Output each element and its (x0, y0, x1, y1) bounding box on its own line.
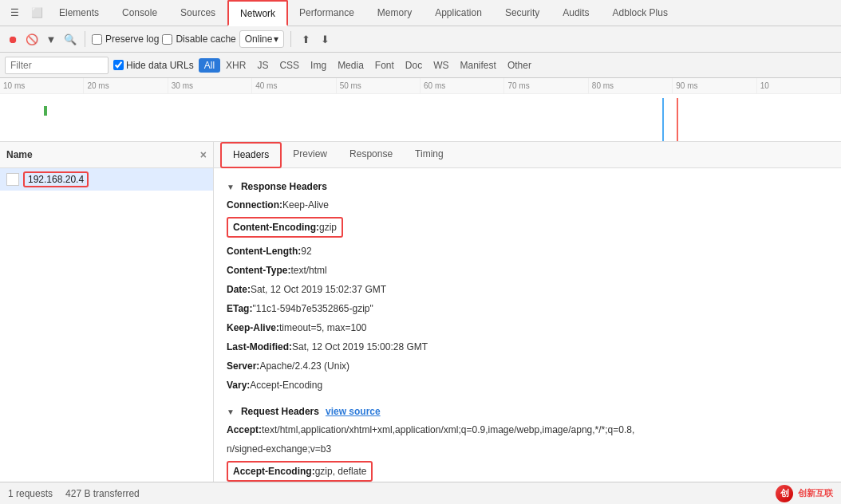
tab-console[interactable]: Console (111, 0, 169, 26)
timeline: 10 ms 20 ms 30 ms 40 ms 50 ms 60 ms 70 m… (0, 78, 841, 142)
disable-cache-checkbox[interactable]: Disable cache (162, 33, 235, 45)
preserve-log-label: Preserve log (105, 33, 159, 45)
ruler-mark-6: 60 ms (421, 78, 504, 93)
tab-sources[interactable]: Sources (169, 0, 227, 26)
ip-address-box: 192.168.20.4 (23, 171, 89, 187)
header-row-accept-encoding: Accept-Encoding: gzip, deflate (227, 459, 828, 482)
filter-tag-css[interactable]: CSS (274, 58, 305, 73)
header-key-etag: ETag: (227, 301, 252, 316)
filter-tag-media[interactable]: Media (332, 58, 369, 73)
timeline-ruler: 10 ms 20 ms 30 ms 40 ms 50 ms 60 ms 70 m… (0, 78, 841, 94)
header-row-connection: Connection: Keep-Alive (227, 195, 828, 215)
preserve-log-input[interactable] (92, 34, 102, 45)
tab-elements[interactable]: Elements (48, 0, 111, 26)
header-key-accept-encoding: Accept-Encoding: (233, 464, 315, 478)
tab-memory[interactable]: Memory (366, 0, 424, 26)
preserve-log-checkbox[interactable]: Preserve log (92, 33, 159, 45)
filter-tag-manifest[interactable]: Manifest (455, 58, 502, 73)
name-column-label: Name (6, 149, 33, 160)
logo-text: 创新互联 (798, 487, 833, 499)
online-dropdown[interactable]: Online ▾ (239, 30, 285, 48)
detail-tab-preview[interactable]: Preview (282, 142, 338, 168)
hide-data-urls-input[interactable] (113, 60, 124, 70)
tab-audits[interactable]: Audits (551, 0, 601, 26)
tab-network[interactable]: Network (227, 0, 288, 26)
header-row-etag: ETag: "11c1-594b7e5352865-gzip" (227, 299, 828, 318)
name-panel: Name × 192.168.20.4 (0, 142, 214, 482)
detail-tab-response[interactable]: Response (338, 142, 404, 168)
headers-content: ▼ Response Headers Connection: Keep-Aliv… (214, 168, 841, 482)
file-icon (6, 173, 19, 186)
filter-tag-font[interactable]: Font (369, 58, 400, 73)
filter-input[interactable] (5, 57, 109, 74)
filter-tag-js[interactable]: JS (251, 58, 274, 73)
detail-panel: Headers Preview Response Timing ▼ Respon… (214, 142, 841, 482)
upload-button[interactable]: ⬆ (298, 31, 314, 47)
filter-tag-all[interactable]: All (199, 58, 220, 73)
filter-tag-doc[interactable]: Doc (400, 58, 428, 73)
response-headers-section: ▼ Response Headers (227, 175, 828, 195)
header-row-server: Server: Apache/2.4.23 (Unix) (227, 356, 828, 376)
header-value-content-encoding: gzip (319, 220, 337, 234)
view-source-link[interactable]: view source (326, 406, 381, 417)
brand-logo: 创 创新互联 (776, 485, 833, 502)
response-headers-label: Response Headers (241, 181, 327, 192)
header-value-connection: Keep-Alive (282, 198, 329, 212)
hide-data-urls-checkbox[interactable]: Hide data URLs (113, 60, 194, 71)
header-value-last-modified: Sat, 12 Oct 2019 15:00:28 GMT (292, 340, 428, 354)
ruler-mark-5: 50 ms (337, 78, 421, 93)
header-key-content-type: Content-Type: (227, 263, 290, 278)
timeline-bar-green (44, 106, 47, 116)
header-row-content-length: Content-Length: 92 (227, 242, 828, 261)
request-section-triangle: ▼ (227, 408, 235, 416)
record-button[interactable]: ⏺ (5, 31, 21, 47)
accept-encoding-highlight: Accept-Encoding: gzip, deflate (227, 461, 373, 482)
tab-security[interactable]: Security (494, 0, 551, 26)
header-value-content-length: 92 (301, 244, 311, 258)
name-row-item[interactable]: 192.168.20.4 (0, 168, 213, 191)
ip-address: 192.168.20.4 (28, 174, 84, 185)
hide-data-urls-label: Hide data URLs (126, 60, 194, 71)
tab-application[interactable]: Application (424, 0, 494, 26)
header-value-accept-cont: n/signed-exchange;v=b3 (227, 442, 331, 456)
stop-button[interactable]: 🚫 (24, 31, 40, 47)
name-panel-header: Name × (0, 142, 213, 168)
request-headers-label: Request Headers (241, 406, 319, 417)
header-key-content-length: Content-Length: (227, 244, 301, 258)
dropdown-arrow: ▾ (274, 33, 278, 45)
download-button[interactable]: ⬇ (317, 31, 333, 47)
request-headers-section: ▼ Request Headers view source (227, 400, 828, 420)
tab-adblock[interactable]: Adblock Plus (602, 0, 680, 26)
header-value-vary: Accept-Encoding (250, 378, 322, 392)
devtools-icon-1[interactable]: ☰ (3, 0, 26, 26)
header-value-etag: "11c1-594b7e5352865-gzip" (252, 301, 373, 316)
transferred-size: 427 B transferred (65, 488, 140, 499)
requests-count: 1 requests (8, 488, 53, 499)
bottom-bar: 1 requests 427 B transferred 创 创新互联 (0, 482, 841, 504)
header-key-server: Server: (227, 359, 259, 373)
separator-1 (85, 31, 85, 47)
devtools-icon-2[interactable]: ⬜ (26, 0, 48, 26)
ruler-mark-4: 40 ms (252, 78, 336, 93)
filter-tag-other[interactable]: Other (502, 58, 537, 73)
timeline-bar-red (677, 98, 678, 142)
disable-cache-input[interactable] (162, 34, 172, 45)
separator-2 (290, 31, 291, 47)
header-key-vary: Vary: (227, 378, 250, 392)
detail-tab-timing[interactable]: Timing (404, 142, 455, 168)
header-value-content-type: text/html (290, 263, 326, 278)
filter-tag-xhr[interactable]: XHR (220, 58, 251, 73)
ruler-mark-2: 20 ms (84, 78, 168, 93)
filter-bar: Hide data URLs All XHR JS CSS Img Media … (0, 53, 841, 78)
filter-tag-img[interactable]: Img (305, 58, 332, 73)
search-icon[interactable]: 🔍 (62, 31, 78, 47)
close-button[interactable]: × (200, 148, 207, 161)
header-key-accept: Accept: (227, 423, 262, 437)
filter-icon[interactable]: ▼ (43, 31, 59, 47)
header-value-accept: text/html,application/xhtml+xml,applicat… (262, 423, 634, 437)
tab-performance[interactable]: Performance (288, 0, 366, 26)
header-value-server: Apache/2.4.23 (Unix) (259, 359, 349, 373)
timeline-area[interactable] (0, 94, 841, 142)
detail-tab-headers[interactable]: Headers (220, 142, 282, 168)
filter-tag-ws[interactable]: WS (428, 58, 454, 73)
